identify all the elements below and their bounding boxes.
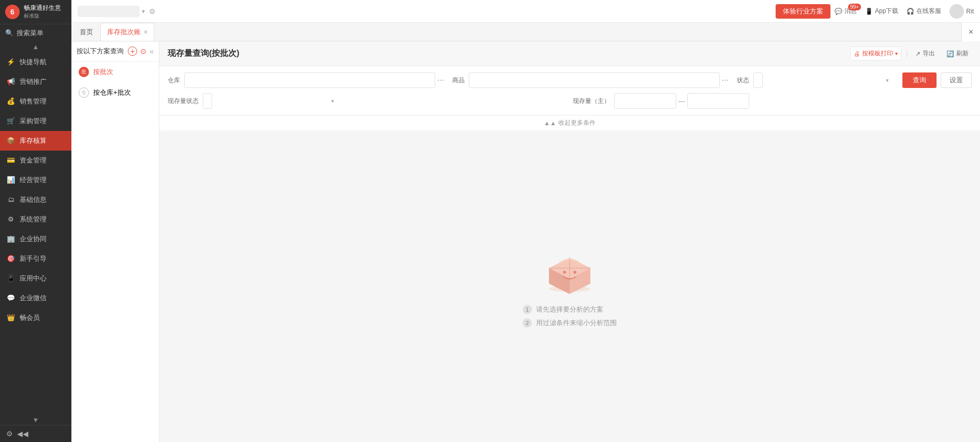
sidebar-item-guide[interactable]: 🎯 新手引导: [0, 249, 71, 269]
divider: [907, 50, 907, 57]
industry-solution-button[interactable]: 体验行业方案: [776, 4, 830, 19]
scheme-item-batch[interactable]: 批 按批次: [71, 62, 159, 82]
chevron-down-icon[interactable]: ▾: [142, 8, 145, 15]
product-input[interactable]: [469, 72, 720, 88]
settings-icon[interactable]: ⚙: [149, 7, 156, 16]
collapse-more-conditions[interactable]: ▲▲ 收起更多条件: [159, 115, 980, 130]
finance-icon: 💳: [6, 156, 16, 165]
empty-tip-1: 1 请先选择要分析的方案: [523, 305, 617, 314]
sidebar-item-purchase[interactable]: 🛒 采购管理: [0, 111, 71, 131]
page-close-button[interactable]: ×: [961, 23, 980, 41]
enterprise-icon: 🏢: [6, 234, 16, 244]
app-download-button[interactable]: 📱 App下载: [865, 7, 898, 16]
search-menu[interactable]: 🔍 搜索菜单: [0, 24, 71, 42]
member-icon: 👑: [6, 313, 16, 322]
status-chevron-icon: ▾: [886, 77, 889, 84]
add-scheme-icon[interactable]: +: [128, 47, 137, 56]
shortcut-icon: ⚡: [6, 57, 16, 67]
sidebar-item-label: 企业协同: [20, 234, 47, 244]
phone-icon: 📱: [865, 8, 873, 15]
empty-tip-2: 2 用过滤条件来缩小分析范围: [523, 318, 617, 328]
user-name: Rit: [966, 8, 974, 15]
filter-row-1: 仓库 ··· 商品 ··· 状态: [168, 72, 972, 88]
topbar-right: 💬 消息 99+ 📱 App下载 🎧 在线客服 Rit: [835, 4, 974, 19]
messages-button[interactable]: 💬 消息 99+: [835, 7, 857, 16]
scheme-item-warehouse-batch[interactable]: 仓 按仓库+批次: [71, 82, 159, 103]
query-button[interactable]: 查询: [902, 72, 937, 88]
footer-collapse-icon[interactable]: ◀◀: [17, 430, 28, 438]
warehouse-input[interactable]: [184, 72, 435, 88]
sidebar-item-system[interactable]: ⚙ 系统管理: [0, 210, 71, 229]
settings-button[interactable]: 设置: [941, 72, 972, 88]
refresh-button[interactable]: 🔄 刷新: [943, 47, 972, 60]
search-input[interactable]: [78, 6, 140, 17]
sidebar-item-shortcut[interactable]: ⚡ 快捷导航: [0, 52, 71, 72]
product-filter: 商品 ···: [452, 72, 731, 88]
print-button[interactable]: 🖨 按模板打印 ▾: [850, 47, 901, 61]
stock-status-chevron-icon: ▾: [331, 98, 334, 105]
sidebar-item-label: 经营管理: [20, 175, 47, 185]
print-chevron-icon: ▾: [895, 51, 898, 56]
sidebar-item-label: 畅会员: [20, 313, 40, 322]
app-download-label: App下载: [875, 7, 898, 16]
footer-settings-icon[interactable]: ⚙: [6, 430, 13, 438]
sidebar-nav: ⚡ 快捷导航 📢 营销推广 💰 销售管理 🛒 采购管理 📦 库存核算 💳 资金管…: [0, 52, 71, 415]
system-icon: ⚙: [6, 215, 16, 224]
purchase-icon: 🛒: [6, 116, 16, 126]
stock-amount-to-input[interactable]: [687, 93, 749, 109]
user-profile[interactable]: Rit: [949, 4, 974, 19]
message-icon: 💬: [835, 8, 842, 15]
sidebar-scroll-down[interactable]: ▼: [0, 415, 71, 425]
online-service-button[interactable]: 🎧 在线客服: [907, 7, 941, 16]
sidebar-item-sales[interactable]: 💰 销售管理: [0, 92, 71, 111]
tab-close-icon[interactable]: ×: [144, 28, 147, 36]
sidebar-item-basic[interactable]: 🗂 基础信息: [0, 190, 71, 210]
company-name: 畅康通好生意: [24, 4, 61, 12]
sidebar-item-finance[interactable]: 💳 资金管理: [0, 151, 71, 170]
warehouse-filter: 仓库 ···: [168, 72, 446, 88]
sidebar-item-label: 采购管理: [20, 116, 47, 126]
scheme-settings-icon[interactable]: ⊙: [140, 47, 146, 55]
scheme-header-label: 按以下方案查询: [77, 47, 124, 56]
sidebar-item-enterprise[interactable]: 🏢 企业协同: [0, 229, 71, 249]
svg-point-7: [563, 271, 566, 274]
tab-inventory-batch[interactable]: 库存批次账 ×: [100, 23, 154, 41]
scheme-warehouse-batch-label: 按仓库+批次: [93, 88, 131, 97]
tabs-bar: 首页 库存批次账 ×: [71, 23, 980, 41]
page-title: 现存量查询(按批次): [168, 48, 240, 59]
stock-amount-from-input[interactable]: [614, 93, 676, 109]
export-icon: ↗: [915, 50, 920, 57]
search-icon: 🔍: [5, 29, 13, 37]
filter-row-2: 现存量状态 ▾ 现存量（主） —: [168, 93, 972, 109]
status-select[interactable]: [753, 72, 763, 88]
sidebar-item-apps[interactable]: 📱 应用中心: [0, 269, 71, 288]
page-header-actions: 🖨 按模板打印 ▾ ↗ 导出 🔄 刷新: [850, 47, 972, 61]
tab-home[interactable]: 首页: [73, 23, 99, 41]
sidebar-item-operation[interactable]: 📊 经营管理: [0, 170, 71, 190]
inventory-icon: 📦: [6, 136, 16, 145]
sales-icon: 💰: [6, 97, 16, 106]
operation-icon: 📊: [6, 175, 16, 185]
app-logo: 6: [5, 5, 20, 19]
product-more-icon[interactable]: ···: [720, 76, 731, 85]
sidebar-header: 6 畅康通好生意 标准版: [0, 0, 71, 24]
sidebar-item-marketing[interactable]: 📢 营销推广: [0, 72, 71, 92]
sidebar-item-inventory[interactable]: 📦 库存核算: [0, 131, 71, 151]
collapse-panel-icon[interactable]: «: [150, 47, 154, 55]
sidebar-item-wechat[interactable]: 💬 企业微信: [0, 288, 71, 308]
collapse-label: 收起更多条件: [558, 119, 596, 127]
left-panel: 按以下方案查询 + ⊙ « 批 按批次 仓 按仓库+批次: [71, 41, 159, 442]
empty-tips: 1 请先选择要分析的方案 2 用过滤条件来缩小分析范围: [523, 305, 617, 328]
stock-status-select[interactable]: [203, 93, 212, 109]
topbar: ▾ ⚙ 体验行业方案 💬 消息 99+ 📱 App下载 🎧 在线客服 Rit: [71, 0, 980, 23]
sidebar-scroll-up[interactable]: ▲: [0, 42, 71, 52]
stock-status-label: 现存量状态: [168, 97, 199, 106]
export-button[interactable]: ↗ 导出: [912, 47, 938, 60]
range-dash: —: [676, 97, 687, 105]
page-header: 现存量查询(按批次) 🖨 按模板打印 ▾ ↗ 导出 🔄 刷新: [159, 41, 980, 66]
tab-inventory-batch-label: 库存批次账: [107, 27, 141, 37]
warehouse-more-icon[interactable]: ···: [435, 76, 446, 85]
sidebar-item-member[interactable]: 👑 畅会员: [0, 308, 71, 328]
svg-point-8: [573, 271, 576, 274]
left-panel-actions: + ⊙ «: [128, 47, 154, 56]
